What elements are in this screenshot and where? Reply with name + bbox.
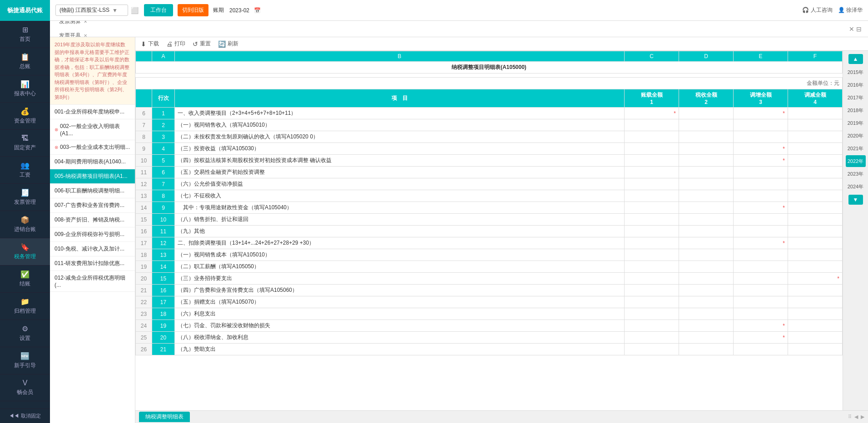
user-area[interactable]: 👤 徐泽华 bbox=[838, 6, 863, 14]
menu-item-m011[interactable]: 011-研发费用加计扣除优惠... bbox=[50, 256, 135, 271]
col-c2-7[interactable] bbox=[679, 119, 734, 131]
col-project-7[interactable]: （一）视同销售收入（填写A105010） bbox=[175, 119, 625, 131]
sidebar-item-vip[interactable]: V畅会员 bbox=[0, 374, 50, 401]
col-c4-17[interactable] bbox=[788, 237, 843, 249]
col-project-14[interactable]: 其中：专项用途财政性资金（填写A105040） bbox=[175, 202, 625, 214]
menu-item-m009[interactable]: 009-企业所得税弥补亏损明... bbox=[50, 227, 135, 242]
col-c3-18[interactable] bbox=[734, 249, 788, 261]
calendar-icon[interactable]: 📅 bbox=[254, 7, 261, 14]
menu-item-m010[interactable]: 010-免税、减计收入及加计... bbox=[50, 242, 135, 256]
col-project-17[interactable]: 二、扣除类调整项目（13+14+...24+26+27+28+29 +30） bbox=[175, 237, 625, 249]
col-c1-26[interactable] bbox=[625, 344, 679, 355]
col-c2-9[interactable] bbox=[679, 143, 734, 155]
tab-close-invoice-open[interactable]: ✕ bbox=[84, 33, 87, 38]
col-c2-12[interactable] bbox=[679, 178, 734, 190]
menu-item-m002[interactable]: ⊗002-一般企业收入明细表(A1... bbox=[50, 119, 135, 140]
col-c1-16[interactable] bbox=[625, 226, 679, 237]
col-project-12[interactable]: （六）公允价值变动净损益 bbox=[175, 178, 625, 190]
col-project-6[interactable]: 一、收入类调整项目（2+3+4+5+6+7+8+10+11） bbox=[175, 108, 625, 119]
col-c1-10[interactable] bbox=[625, 155, 679, 167]
col-c4-20[interactable]: * bbox=[788, 273, 843, 285]
col-c3-9[interactable]: * bbox=[734, 143, 788, 155]
year-item-2018年[interactable]: 2018年 bbox=[846, 104, 866, 116]
col-c3-22[interactable] bbox=[734, 296, 788, 308]
col-c1-13[interactable] bbox=[625, 190, 679, 202]
year-item-2022年[interactable]: 2022年 bbox=[846, 155, 866, 167]
col-c3-11[interactable] bbox=[734, 167, 788, 178]
col-c1-9[interactable] bbox=[625, 143, 679, 155]
col-c4-14[interactable] bbox=[788, 202, 843, 214]
col-project-8[interactable]: （二）未按权责发生制原则确认的收入（填写A105020 0） bbox=[175, 131, 625, 143]
col-c1-15[interactable] bbox=[625, 214, 679, 226]
company-selector[interactable]: (物副) 江西股宝-LSS ▼ bbox=[55, 5, 128, 16]
col-c1-22[interactable] bbox=[625, 296, 679, 308]
col-project-11[interactable]: （五）交易性金融资产初始投资调整 bbox=[175, 167, 625, 178]
col-c2-6[interactable] bbox=[679, 108, 734, 119]
workspace-button[interactable]: 工作台 bbox=[144, 4, 173, 16]
col-c2-19[interactable] bbox=[679, 261, 734, 273]
col-c1-23[interactable] bbox=[625, 308, 679, 320]
sidebar-item-settlement[interactable]: ✅结账 bbox=[0, 266, 50, 293]
col-c3-26[interactable] bbox=[734, 344, 788, 355]
sidebar-item-report[interactable]: 📊报表中心 bbox=[0, 75, 50, 103]
col-c4-10[interactable] bbox=[788, 155, 843, 167]
col-c1-21[interactable] bbox=[625, 285, 679, 296]
tab-close-invoice-calc[interactable]: ✕ bbox=[84, 21, 87, 24]
col-c2-16[interactable] bbox=[679, 226, 734, 237]
download-btn[interactable]: ⬇ 下载 bbox=[141, 40, 159, 48]
col-c1-6[interactable]: * bbox=[625, 108, 679, 119]
col-c1-14[interactable] bbox=[625, 202, 679, 214]
sidebar-item-archive[interactable]: 📁归档管理 bbox=[0, 293, 50, 320]
col-c4-13[interactable] bbox=[788, 190, 843, 202]
refresh-btn[interactable]: 🔄 刷新 bbox=[218, 40, 238, 48]
sidebar-item-tax[interactable]: 🔖税务管理 bbox=[0, 238, 50, 266]
col-c2-21[interactable] bbox=[679, 285, 734, 296]
col-c1-18[interactable] bbox=[625, 249, 679, 261]
col-c4-12[interactable] bbox=[788, 178, 843, 190]
sidebar-item-home[interactable]: ⊞首页 bbox=[0, 21, 50, 48]
col-c1-12[interactable] bbox=[625, 178, 679, 190]
sidebar-item-invoice-mgmt[interactable]: 🧾发票管理 bbox=[0, 184, 50, 211]
close-all-tabs-btn[interactable]: ✕ ⊟ bbox=[846, 25, 864, 33]
col-c2-18[interactable] bbox=[679, 249, 734, 261]
col-c1-17[interactable] bbox=[625, 237, 679, 249]
col-c1-20[interactable] bbox=[625, 273, 679, 285]
col-c1-8[interactable] bbox=[625, 131, 679, 143]
col-c3-12[interactable] bbox=[734, 178, 788, 190]
col-project-25[interactable]: （八）税收滞纳金、加收利息 bbox=[175, 332, 625, 344]
col-c3-6[interactable]: * bbox=[734, 108, 788, 119]
col-c4-22[interactable] bbox=[788, 296, 843, 308]
col-c2-13[interactable] bbox=[679, 190, 734, 202]
col-project-13[interactable]: （七）不征税收入 bbox=[175, 190, 625, 202]
year-item-2021年[interactable]: 2021年 bbox=[846, 143, 866, 154]
menu-item-m004[interactable]: 004-期间费用明细表(A1040... bbox=[50, 155, 135, 169]
col-c3-15[interactable] bbox=[734, 214, 788, 226]
col-c1-24[interactable] bbox=[625, 320, 679, 332]
col-c2-25[interactable] bbox=[679, 332, 734, 344]
tab-invoice-open[interactable]: 发票开具✕ bbox=[54, 29, 104, 38]
col-c3-24[interactable]: * bbox=[734, 320, 788, 332]
tab-invoice-calc[interactable]: 发票测算✕ bbox=[54, 21, 104, 29]
col-c4-16[interactable] bbox=[788, 226, 843, 237]
year-item-2019年[interactable]: 2019年 bbox=[846, 117, 866, 129]
menu-item-m012[interactable]: 012-减免企业所得税优惠明细(... bbox=[50, 271, 135, 292]
col-c1-7[interactable] bbox=[625, 119, 679, 131]
col-c4-15[interactable] bbox=[788, 214, 843, 226]
col-c4-24[interactable] bbox=[788, 320, 843, 332]
col-project-9[interactable]: （三）投资收益（填写A105030） bbox=[175, 143, 625, 155]
year-item-2024年[interactable]: 2024年 bbox=[846, 181, 866, 192]
col-c2-20[interactable] bbox=[679, 273, 734, 285]
col-project-10[interactable]: （四）按权益法核算长期股权投资对初始投资成本调整 确认收益 bbox=[175, 155, 625, 167]
col-c3-21[interactable] bbox=[734, 285, 788, 296]
col-project-22[interactable]: （五）捐赠支出（填写A105070） bbox=[175, 296, 625, 308]
old-version-button[interactable]: 切到旧版 bbox=[178, 4, 208, 16]
col-c1-11[interactable] bbox=[625, 167, 679, 178]
col-c2-15[interactable] bbox=[679, 214, 734, 226]
menu-item-m001[interactable]: 001-企业所得税年度纳税申... bbox=[50, 105, 135, 119]
menu-item-m005[interactable]: 005-纳税调整项目明细表(A1... bbox=[50, 169, 135, 184]
sidebar-item-purchase[interactable]: 📦进销台账 bbox=[0, 211, 50, 238]
col-c3-7[interactable] bbox=[734, 119, 788, 131]
col-c3-14[interactable]: * bbox=[734, 202, 788, 214]
col-c4-6[interactable] bbox=[788, 108, 843, 119]
menu-item-m007[interactable]: 007-广告费和业务宣传费跨... bbox=[50, 198, 135, 213]
